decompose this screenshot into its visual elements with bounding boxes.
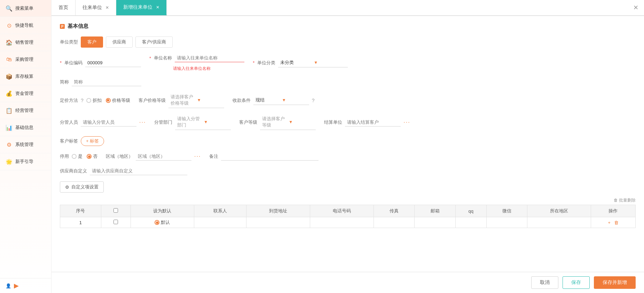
supplier-custom-row: 供应商自定义 [60,167,636,175]
row-action: + 🗑 [591,217,635,228]
sidebar-label-operation: 经营管理 [15,107,33,114]
tab-bar: 首页 往来单位 ✕ 新增往来单位 ✕ ✕ [52,0,644,16]
operation-icon: 📋 [6,107,13,114]
sidebar-expand-icon: ▶ [14,282,19,290]
customer-level-arrow: ▼ [289,120,314,124]
remark-input[interactable] [221,152,319,161]
tab-new-partner[interactable]: 新增往来单位 ✕ [116,0,167,15]
sidebar-item-purchase[interactable]: 🛍 采购管理 [0,51,51,68]
row-fax [374,217,415,228]
row-default: 默认 [131,217,194,228]
region-group: 区域（地区） ··· [106,152,201,161]
pricing-radio-discount-label: 折扣 [93,97,102,104]
supervisor-more-btn[interactable]: ··· [139,119,146,125]
payment-terms-label: 收款条件 [233,97,251,104]
save-button[interactable]: 保存 [563,276,590,289]
disabled-radio-no[interactable]: 否 [87,153,97,160]
unit-category-select[interactable]: 未分类 ▼ [278,58,348,67]
row-delete-btn[interactable]: 🗑 [614,220,619,225]
batch-delete-icon: 🗑 [614,198,618,203]
supplier-custom-input[interactable] [90,167,187,175]
sidebar-label-search: 搜索菜单 [15,5,33,11]
customer-level-placeholder: 请选择客户等级 [262,116,287,128]
type-btn-supplier[interactable]: 供应商 [106,36,133,48]
tab-new-partner-label: 新增往来单位 [123,4,152,10]
customer-tag-row: 客户标签 + 标签 [60,136,636,146]
batch-delete-btn[interactable]: 🗑 批量删除 [60,197,636,203]
department-select[interactable]: 请输入分管部门 ▼ [175,114,231,130]
disabled-radio-yes-dot [72,154,77,159]
cancel-button[interactable]: 取消 [531,276,558,289]
pricing-radio-level[interactable]: 价格等级 [106,97,130,104]
payment-terms-arrow: ▼ [282,98,307,103]
add-tag-button[interactable]: + 标签 [81,136,104,146]
tab-partner-close[interactable]: ✕ [105,5,109,10]
disabled-radio-yes[interactable]: 是 [72,153,83,160]
payment-terms-value: 现结 [256,97,281,103]
customer-level-select[interactable]: 请选择客户等级 ▼ [260,114,316,130]
sidebar-item-search[interactable]: 🔍 搜索菜单 [0,0,51,17]
disabled-row: 停用 是 否 区域（地区） ··· 备注 [60,152,636,161]
select-all-checkbox[interactable] [113,208,118,213]
sidebar-item-quicknav[interactable]: ⊙ 快捷导航 [0,17,51,34]
tab-partner-label: 往来单位 [83,5,102,11]
payment-terms-help-icon[interactable]: ? [312,98,315,103]
type-btn-customer[interactable]: 客户 [81,36,103,48]
sidebar-label-quicknav: 快捷导航 [15,22,33,29]
unit-category-required: * [253,60,254,65]
supervisor-input[interactable] [81,118,136,127]
department-label: 分管部门 [154,119,172,125]
pricing-row: 定价方法 ? 折扣 价格等级 客户价格等级 请选择客户价格等级 [60,92,636,108]
settlement-unit-input[interactable] [345,118,401,127]
settlement-unit-more-btn[interactable]: ··· [403,119,410,125]
disabled-radio-no-dot [87,154,92,159]
sidebar-item-newbie[interactable]: 🌟 新手引导 [0,153,51,170]
sidebar-bottom[interactable]: 👤 ▶ [0,278,51,293]
sidebar-label-inventory: 库存核算 [15,73,33,80]
close-all-tabs-button[interactable]: ✕ [628,4,644,11]
customer-price-level-placeholder: 请选择客户价格等级 [171,94,196,106]
pricing-help-icon[interactable]: ? [81,98,84,103]
sidebar-item-sales[interactable]: 🏠 销售管理 [0,34,51,51]
payment-terms-select[interactable]: 现结 ▼ [253,96,309,105]
unit-category-value: 未分类 [280,59,312,66]
col-checkbox [101,205,131,217]
settlement-unit-group: 结算单位 ··· [324,118,410,127]
default-radio[interactable]: 默认 [134,219,191,226]
col-default: 设为默认 [131,205,194,217]
unit-code-input[interactable] [85,59,141,67]
customer-price-level-select[interactable]: 请选择客户价格等级 ▼ [168,92,224,108]
save-new-button[interactable]: 保存并新增 [594,276,636,289]
remark-label: 备注 [209,153,218,160]
col-action: 操作 [591,205,635,217]
custom-settings-button[interactable]: ⚙ 自定义项设置 [60,181,104,193]
sidebar-item-finance[interactable]: 💰 资金管理 [0,85,51,102]
col-fax: 传真 [374,205,415,217]
department-arrow: ▼ [204,120,229,124]
sidebar-item-operation[interactable]: 📋 经营管理 [0,102,51,119]
unit-name-label: 单位名称 [154,55,172,61]
short-name-input[interactable] [72,78,141,86]
tab-partner[interactable]: 往来单位 ✕ [76,0,116,15]
tab-new-partner-close[interactable]: ✕ [156,5,159,10]
supervisor-row: 分管人员 ··· 分管部门 请输入分管部门 ▼ 客户等级 请选择客户等级 ▼ 结… [60,114,636,130]
sidebar-item-basic[interactable]: 📊 基础信息 [0,119,51,136]
row-add-btn[interactable]: + [608,220,611,225]
tab-home[interactable]: 首页 [52,0,76,15]
sidebar-item-system[interactable]: ⚙ 系统管理 [0,136,51,153]
disabled-group: 停用 是 否 [60,153,97,160]
type-btn-both[interactable]: 客户/供应商 [135,36,173,48]
unit-name-input[interactable] [175,54,244,62]
pricing-method-label: 定价方法 [60,97,78,104]
sidebar-label-basic: 基础信息 [15,124,33,131]
region-input[interactable] [136,152,191,161]
row-checkbox[interactable] [113,220,118,224]
region-more-btn[interactable]: ··· [194,153,201,160]
unit-type-row: 单位类型 客户 供应商 客户/供应商 [60,36,636,48]
supervisor-label: 分管人员 [60,119,78,125]
sidebar-item-inventory[interactable]: 📦 库存核算 [0,68,51,85]
customer-tag-label: 客户标签 [60,138,78,144]
settlement-unit-label: 结算单位 [324,119,342,125]
pricing-radio-discount[interactable]: 折扣 [86,97,102,104]
unit-category-group: * 单位分类 未分类 ▼ [253,58,348,67]
